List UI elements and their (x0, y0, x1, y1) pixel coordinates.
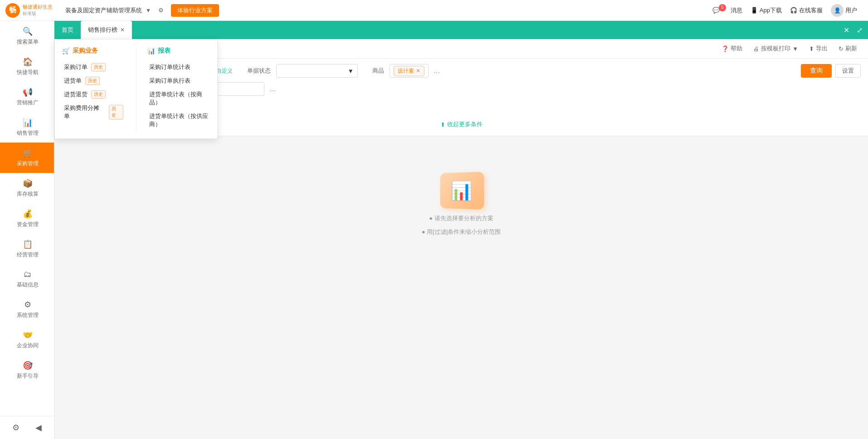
app-download-action[interactable]: 📱 App下载 (751, 6, 782, 15)
doc-status-select[interactable]: ▼ (276, 64, 358, 78)
user-action[interactable]: 👤 用户 (831, 4, 857, 17)
menu-item-inbound-stat-goods[interactable]: 进货单统计表（按商品） (147, 88, 210, 109)
search-icon: 🔍 (23, 26, 33, 36)
sidebar-item-basic-info[interactable]: 🗂 基础信息 (0, 264, 54, 294)
sidebar-settings-btn[interactable]: ⚙ (9, 421, 23, 434)
top-header: 畅 畅捷通好生意 标准版 装备及固定资产辅助管理系统 ▼ ⚙ 体验行业方案 💬 … (0, 0, 868, 21)
purchase-section-title: 🛒 采购业务 (62, 47, 125, 55)
sidebar-label-sales: 销售管理 (17, 129, 39, 137)
home-icon: 🏠 (23, 57, 33, 67)
empty-illustration: 📊 (440, 172, 484, 210)
menu-item-inbound-label: 进货单 (64, 77, 82, 85)
sidebar-item-operation[interactable]: 📋 经营管理 (0, 234, 54, 264)
print-label: 按模板打印 (761, 44, 790, 53)
goods-more-dots[interactable]: ... (434, 67, 440, 75)
headset-icon: 🎧 (790, 7, 797, 14)
collapse-btn[interactable]: ⬆ 收起更多条件 (437, 118, 486, 130)
date-custom[interactable]: 自定义 (216, 67, 233, 75)
menu-item-purchase-order[interactable]: 采购订单 历史 (62, 60, 125, 74)
doc-status-label: 单据状态 (247, 67, 271, 75)
goods-label: 商品 (372, 67, 384, 75)
sidebar-item-finance[interactable]: 💰 资金管理 (0, 203, 54, 234)
sidebar-item-quick-nav[interactable]: 🏠 快捷导航 (0, 51, 54, 82)
help-icon: ❓ (722, 45, 729, 52)
sidebar-item-system[interactable]: ⚙ 系统管理 (0, 294, 54, 325)
menu-item-purchase-order-label: 采购订单 (64, 63, 88, 71)
empty-tip-2: ● 用[过滤]条件来缩小分析范围 (422, 228, 501, 236)
menu-item-purchase-order-stat[interactable]: 采购订单统计表 (147, 60, 210, 74)
menu-item-purchase-order-exec[interactable]: 采购订单执行表 (147, 74, 210, 88)
print-icon: 🖨 (753, 45, 759, 52)
logo-area: 畅 畅捷通好生意 标准版 (5, 3, 60, 18)
sidebar-item-enterprise[interactable]: 🤝 企业协同 (0, 325, 54, 355)
logo-text: 畅捷通好生意 (23, 4, 53, 10)
message-badge: 5 (719, 4, 726, 11)
report-menu-section: 📊 报表 采购订单统计表 采购订单执行表 进货单统计表（按商品） 进货单统计表（… (147, 47, 210, 131)
salesman-input[interactable] (210, 82, 264, 96)
mobile-icon: 📱 (751, 7, 758, 14)
sidebar-item-search[interactable]: 🔍 搜索菜单 (0, 21, 54, 51)
sidebar-item-inventory[interactable]: 📦 库存核算 (0, 173, 54, 203)
goods-input[interactable]: 设计素 ✕ (390, 64, 429, 78)
tab-sales-rank[interactable]: 销售排行榜 ✕ (81, 21, 132, 39)
tab-bar: 首页 销售排行榜 ✕ ✕ ⤢ (54, 21, 868, 39)
sidebar-label-purchase: 采购管理 (17, 160, 39, 168)
gear-icon: ⚙ (24, 300, 31, 310)
refresh-icon: ↻ (839, 45, 844, 52)
user-label: 用户 (845, 6, 857, 15)
menu-item-purchase-order-stat-label: 采购订单统计表 (149, 63, 190, 71)
online-service-action[interactable]: 🎧 在线客服 (790, 6, 823, 15)
menu-item-inbound-return[interactable]: 进货退货 历史 (62, 88, 125, 101)
goods-tag: 设计素 ✕ (394, 66, 424, 76)
sidebar-label-inventory: 库存核算 (17, 190, 39, 198)
sidebar: 🔍 搜索菜单 🏠 快捷导航 📢 营销推广 📊 销售管理 🛒 采购管理 📦 库存核… (0, 21, 54, 439)
purchase-menu-section: 🛒 采购业务 采购订单 历史 进货单 历史 进货退货 历史 采购费用分摊单 历史 (62, 47, 125, 131)
settings-btn[interactable]: 设置 (835, 64, 861, 78)
sidebar-item-guide[interactable]: 🎯 新手引导 (0, 355, 54, 385)
header-right: 💬 5 消息 📱 App下载 🎧 在线客服 👤 用户 (712, 4, 863, 17)
megaphone-icon: 📢 (23, 87, 33, 97)
goods-tag-text: 设计素 (398, 67, 414, 75)
menu-item-inbound-return-label: 进货退货 (64, 90, 88, 99)
menu-item-purchase-cost[interactable]: 采购费用分摊单 历史 (62, 101, 125, 123)
menu-item-inbound[interactable]: 进货单 历史 (62, 74, 125, 88)
empty-tip-1: ● 请先选择要分析的方案 (429, 214, 493, 222)
industry-btn[interactable]: 体验行业方案 (171, 4, 219, 17)
doc-status-dropdown-icon: ▼ (348, 68, 354, 74)
tab-close-all-btn[interactable]: ✕ (842, 24, 851, 36)
export-btn[interactable]: ⬆ 导出 (805, 43, 831, 54)
tab-close-btn[interactable]: ✕ (120, 27, 125, 33)
help-btn[interactable]: ❓ 帮助 (718, 43, 746, 54)
salesman-more-dots[interactable]: ... (270, 85, 276, 93)
empty-state: 📊 ● 请先选择要分析的方案 ● 用[过滤]条件来缩小分析范围 (54, 136, 868, 272)
sidebar-bottom: ⚙ ◀ (0, 416, 54, 439)
folder-icon: 🗂 (24, 270, 32, 279)
sidebar-item-sales[interactable]: 📊 销售管理 (0, 112, 54, 143)
refresh-btn[interactable]: ↻ 刷新 (835, 43, 861, 54)
sidebar-item-purchase[interactable]: 🛒 采购管理 (0, 143, 54, 173)
sidebar-label-basic-info: 基础信息 (17, 281, 39, 289)
export-icon: ⬆ (809, 45, 814, 52)
sidebar-collapse-btn[interactable]: ◀ (32, 421, 45, 434)
sidebar-item-marketing[interactable]: 📢 营销推广 (0, 82, 54, 112)
settings-gear-btn[interactable]: ⚙ (155, 4, 167, 17)
tip1-bullet: ● (429, 215, 434, 222)
print-dropdown-icon: ▼ (792, 45, 798, 52)
refresh-label: 刷新 (845, 44, 857, 53)
tab-sales-rank-label: 销售排行榜 (88, 26, 117, 34)
user-avatar: 👤 (831, 4, 844, 17)
system-dropdown-btn[interactable]: ▼ (146, 7, 151, 14)
report-section-icon: 📊 (147, 47, 155, 54)
message-action[interactable]: 💬 5 消息 (712, 6, 742, 15)
collapse-icon: ⬆ (440, 121, 445, 128)
app-download-label: App下载 (760, 6, 782, 15)
tab-home[interactable]: 首页 (54, 21, 81, 39)
goods-tag-close[interactable]: ✕ (416, 68, 420, 74)
menu-item-inbound-stat-supplier[interactable]: 进货单统计表（按供应商） (147, 109, 210, 131)
print-btn[interactable]: 🖨 按模板打印 ▼ (750, 43, 802, 54)
query-btn[interactable]: 查询 (801, 64, 832, 78)
tip1-text: 请先选择要分析的方案 (434, 215, 493, 222)
tab-maximize-btn[interactable]: ⤢ (855, 24, 864, 36)
header-middle: 装备及固定资产辅助管理系统 ▼ ⚙ 体验行业方案 (60, 4, 712, 17)
collapse-label: 收起更多条件 (447, 120, 483, 128)
